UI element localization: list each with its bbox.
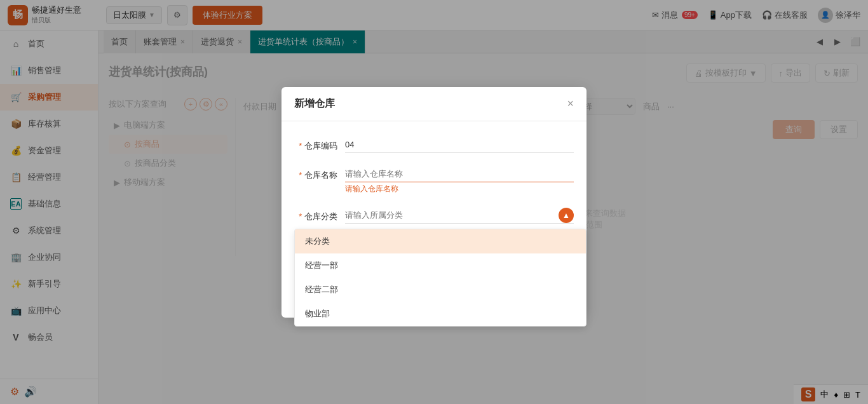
code-control bbox=[345, 137, 574, 153]
category-control: ▲ 未分类 经营一部 经营二部 物业部 bbox=[345, 207, 574, 224]
form-row-code: 仓库编码 bbox=[294, 137, 574, 153]
category-arrow-icon[interactable]: ▲ bbox=[559, 208, 574, 223]
dialog-header: 新增仓库 × bbox=[281, 87, 587, 121]
category-label: 仓库分类 bbox=[294, 207, 345, 222]
category-dropdown: 未分类 经营一部 经营二部 物业部 bbox=[294, 229, 587, 327]
dropdown-item-dept3[interactable]: 物业部 bbox=[295, 302, 586, 326]
dropdown-item-uncategorized[interactable]: 未分类 bbox=[295, 229, 586, 253]
code-label: 仓库编码 bbox=[294, 137, 345, 152]
dialog-body: 仓库编码 仓库名称 请输入仓库名称 仓库分类 ▲ bbox=[281, 121, 587, 276]
name-label: 仓库名称 bbox=[294, 166, 345, 181]
form-row-name: 仓库名称 请输入仓库名称 bbox=[294, 166, 574, 194]
warehouse-name-input[interactable] bbox=[345, 166, 574, 182]
dialog-close-icon[interactable]: × bbox=[567, 97, 574, 111]
warehouse-code-input[interactable] bbox=[345, 137, 574, 153]
dialog-overlay: 新增仓库 × 仓库编码 仓库名称 请输入仓库名称 仓库分类 bbox=[0, 0, 868, 404]
dialog-title: 新增仓库 bbox=[294, 97, 335, 111]
dropdown-item-dept1[interactable]: 经营一部 bbox=[295, 253, 586, 278]
new-warehouse-dialog: 新增仓库 × 仓库编码 仓库名称 请输入仓库名称 仓库分类 bbox=[281, 87, 587, 318]
category-input[interactable] bbox=[345, 207, 574, 224]
name-error-msg: 请输入仓库名称 bbox=[345, 184, 574, 194]
name-control: 请输入仓库名称 bbox=[345, 166, 574, 194]
form-row-category: 仓库分类 ▲ 未分类 经营一部 经营二部 物业部 bbox=[294, 207, 574, 224]
dropdown-item-dept2[interactable]: 经营二部 bbox=[295, 278, 586, 302]
